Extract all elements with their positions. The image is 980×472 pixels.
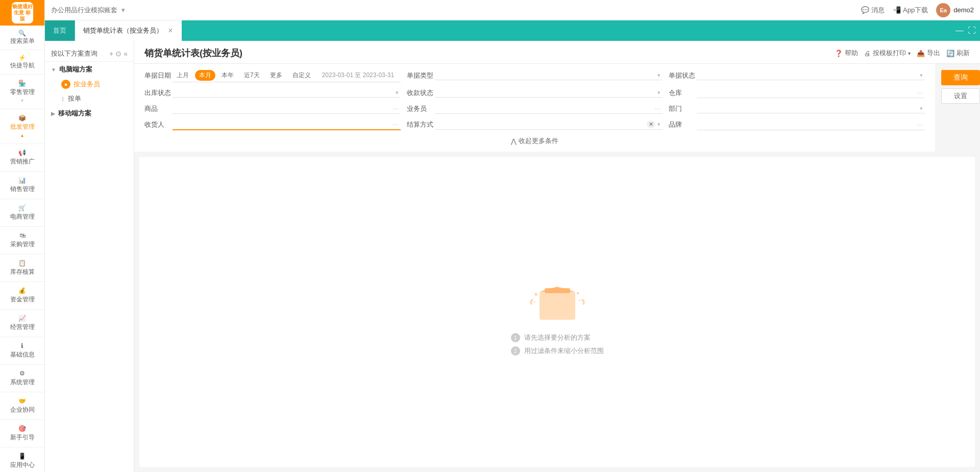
date-tab-more[interactable]: 更多 [266, 70, 286, 81]
date-tab-this-month[interactable]: 本月 [195, 70, 215, 81]
export-button[interactable]: 📤 导出 [917, 49, 940, 58]
date-tab-last-7-days[interactable]: 近7天 [240, 70, 264, 81]
topbar-right: 💬 消息 📲 App下载 Ea demo2 [861, 3, 974, 17]
tree-section-label: 移动端方案 [58, 109, 91, 118]
tab-close-icon[interactable]: ✕ [168, 27, 173, 34]
goods-select[interactable]: ··· [173, 103, 401, 114]
sidebar-item-retail[interactable]: 🏪 零售管理 ▼ [0, 75, 44, 109]
tab-maximize-icon[interactable]: ⛶ [968, 26, 976, 35]
sidebar-item-quicknav[interactable]: ⚡ 快捷导航 [0, 50, 44, 75]
operations-icon: 📈 [2, 315, 42, 322]
tab-sales-report[interactable]: 销货单统计表（按业务员） ✕ [75, 20, 182, 41]
data-area: 1 请先选择要分析的方案 2 用过滤条件来缩小分析范围 [139, 157, 975, 467]
sidebar-item-label: 采购管理 [2, 240, 42, 249]
sidebar-item-operations[interactable]: 📈 经营管理 [0, 310, 44, 337]
brand-select[interactable]: ··· [697, 120, 925, 130]
sidebar-item-wholesale[interactable]: 📦 批发管理 ▲ [0, 109, 44, 144]
order-status-select[interactable]: ▾ [697, 71, 925, 80]
topbar-app-download[interactable]: 📲 App下载 [893, 6, 928, 15]
svg-rect-1 [545, 288, 570, 293]
search-icon: 🔍 [2, 30, 42, 37]
topbar-title: 办公用品行业模拟账套 [51, 6, 117, 15]
tabbar: 首页 销货单统计表（按业务员） ✕ — ⛶ [45, 20, 980, 41]
payment-select[interactable]: ▾ [435, 88, 663, 98]
sidebar-item-label: 销售管理 [2, 185, 42, 194]
sidebar-item-sales[interactable]: 📊 销售管理 [0, 172, 44, 199]
sidebar-item-purchase[interactable]: 🛍 采购管理 [0, 227, 44, 254]
shipment-select[interactable]: ▾ [173, 88, 401, 98]
tree-section-pc[interactable]: ▼ 电脑端方案 [45, 62, 134, 77]
collapse-button[interactable]: ⋀ 收起更多条件 [511, 136, 558, 146]
settlement-select[interactable]: ✕ ▾ [435, 120, 663, 130]
print-label: 按模板打印 [873, 49, 906, 58]
date-tabs: 上月 本月 本年 近7天 更多 自定义 [173, 70, 315, 81]
dept-select[interactable]: ▾ [697, 104, 925, 113]
sidebar-item-label: 系统管理 [2, 378, 42, 387]
add-scheme-icon[interactable]: + [109, 50, 113, 58]
empty-illustration [527, 269, 588, 325]
date-tab-last-month[interactable]: 上月 [173, 70, 193, 81]
date-tab-custom[interactable]: 自定义 [288, 70, 315, 81]
sidebar-item-collab[interactable]: 🤝 企业协同 [0, 392, 44, 420]
tree-section-mobile[interactable]: ▶ 移动端方案 [45, 106, 134, 121]
guide-icon: 🎯 [2, 425, 42, 432]
setting-button[interactable]: 设置 [941, 88, 980, 104]
consignee-label: 收货人 [144, 120, 173, 129]
topbar-message[interactable]: 💬 消息 [861, 6, 885, 15]
basic-info-icon: ℹ [2, 342, 42, 349]
collapse-label: 收起更多条件 [519, 136, 558, 146]
collapse-panel-icon[interactable]: « [124, 50, 128, 58]
consignee-dots: ··· [393, 120, 399, 128]
collapse-row: ⋀ 收起更多条件 [144, 133, 925, 149]
help-button[interactable]: ❓ 帮助 [835, 49, 858, 58]
date-tab-this-year[interactable]: 本年 [217, 70, 238, 81]
sidebar-item-label: 零售管理 [2, 88, 42, 97]
sidebar-item-basic-info[interactable]: ℹ 基础信息 [0, 337, 44, 365]
refresh-button[interactable]: 🔄 刷新 [946, 49, 970, 58]
consignee-input[interactable]: ··· [173, 119, 401, 130]
topbar-dropdown-icon[interactable]: ▾ [121, 6, 125, 14]
page-actions: ❓ 帮助 🖨 按模板打印 ▾ 📤 导出 🔄 [835, 49, 970, 58]
topbar-user[interactable]: Ea demo2 [936, 3, 974, 17]
sidebar-item-label: 经营管理 [2, 323, 42, 332]
sidebar-item-finance[interactable]: 💰 资金管理 [0, 282, 44, 310]
sidebar-item-inventory[interactable]: 📋 库存核算 [0, 254, 44, 282]
sidebar-item-app-center[interactable]: 📱 应用中心 [0, 447, 44, 472]
tree-item-by-salesperson[interactable]: ● 按业务员 [55, 77, 134, 91]
tip-text-2: 用过滤条件来缩小分析范围 [524, 346, 604, 356]
edit-scheme-icon[interactable]: ⊙ [115, 50, 121, 58]
retail-icon: 🏪 [2, 80, 42, 87]
sidebar-item-label: 新手引导 [2, 433, 42, 442]
goods-dots: ··· [393, 104, 399, 112]
settlement-label: 结算方式 [407, 120, 435, 129]
tree-item-by-order[interactable]: ⫶ 按单 [55, 91, 134, 106]
left-panel-header: 按以下方案查询 + ⊙ « [45, 46, 134, 62]
quicknav-icon: ⚡ [2, 54, 42, 61]
template-print-button[interactable]: 🖨 按模板打印 ▾ [864, 49, 911, 58]
sidebar-item-label: 批发管理 [2, 123, 42, 131]
svg-point-3 [533, 301, 535, 303]
inventory-icon: 📋 [2, 259, 42, 267]
app-download-icon: 📲 [893, 6, 901, 14]
query-button[interactable]: 查询 [941, 70, 980, 85]
app-logo: 畅捷通好生意 标版 [0, 0, 44, 26]
date-range: 2023-03-01 至 2023-03-31 [322, 71, 394, 80]
sidebar-item-guide[interactable]: 🎯 新手引导 [0, 420, 44, 447]
filter-section: 单据日期 上月 本月 本年 近7天 更多 自定义 [134, 64, 980, 152]
sidebar-item-search[interactable]: 🔍 搜索菜单 [0, 26, 44, 50]
date-label: 单据日期 [144, 71, 173, 80]
page-content: 按以下方案查询 + ⊙ « ▼ 电脑端方案 ● 按业务员 [45, 41, 980, 472]
settlement-clear-icon[interactable]: ✕ [647, 121, 655, 128]
warehouse-select[interactable]: ··· [697, 87, 925, 98]
sidebar-item-system[interactable]: ⚙ 系统管理 [0, 365, 44, 392]
salesperson-select[interactable]: ··· [435, 103, 663, 114]
tab-home[interactable]: 首页 [45, 20, 75, 41]
order-type-select[interactable]: ▾ [435, 71, 663, 80]
svg-rect-0 [540, 292, 575, 320]
tip-num-1: 1 [511, 333, 520, 342]
tree-item-label: 按单 [68, 94, 81, 103]
tree-item-label: 按业务员 [74, 80, 100, 89]
sidebar-item-marketing[interactable]: 📢 营销推广 [0, 144, 44, 172]
tab-minimize-icon[interactable]: — [955, 26, 964, 35]
sidebar-item-ecommerce[interactable]: 🛒 电商管理 [0, 199, 44, 227]
